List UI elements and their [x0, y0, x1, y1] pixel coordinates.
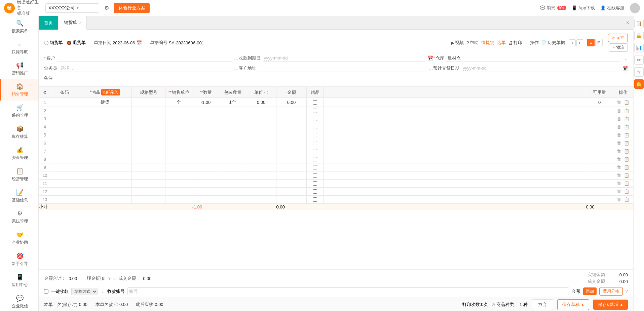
- sidebar-item-inventory[interactable]: 📦 库存核算: [0, 122, 38, 143]
- cell-gift[interactable]: [307, 115, 324, 123]
- fee-button[interactable]: 费用分摊: [599, 287, 623, 296]
- cell-price[interactable]: [246, 139, 276, 147]
- settings-icon-button[interactable]: ⚙: [102, 3, 111, 13]
- cell-price[interactable]: [246, 131, 276, 139]
- cell-amount[interactable]: [276, 115, 307, 123]
- note-input[interactable]: [55, 75, 223, 82]
- cell-gift[interactable]: [307, 180, 324, 188]
- cell-barcode[interactable]: [51, 180, 78, 188]
- cell-gift[interactable]: [307, 163, 324, 171]
- cell-goods[interactable]: [78, 147, 132, 155]
- cell-gift[interactable]: [307, 123, 324, 131]
- cell-amount[interactable]: [276, 180, 307, 188]
- right-panel-btn-4[interactable]: ✏: [634, 55, 644, 65]
- cell-unit[interactable]: [165, 196, 192, 204]
- cell-amount[interactable]: [276, 107, 307, 115]
- cell-gift[interactable]: [307, 188, 324, 196]
- cell-barcode[interactable]: [51, 196, 78, 204]
- copy-icon[interactable]: 📋: [624, 141, 629, 146]
- cell-pkgqty[interactable]: [219, 139, 246, 147]
- cell-barcode[interactable]: [51, 155, 78, 163]
- cell-unit[interactable]: [165, 115, 192, 123]
- cell-qty[interactable]: [192, 163, 219, 171]
- cell-goods[interactable]: [78, 131, 132, 139]
- right-panel-btn-2[interactable]: 🔒: [634, 31, 644, 40]
- avatar[interactable]: [630, 3, 640, 13]
- cell-unit[interactable]: [165, 171, 192, 180]
- sidebar-item-system[interactable]: ⚙ 系统管理: [0, 206, 38, 228]
- online-service-button[interactable]: 👤 在线客服: [600, 5, 624, 11]
- nav-prev-button[interactable]: ‹: [569, 39, 576, 46]
- sidebar-item-finance[interactable]: 💰 资金管理: [0, 143, 38, 164]
- sidebar-item-base[interactable]: 📝 基础信息: [0, 185, 38, 206]
- cell-spec[interactable]: [132, 115, 165, 123]
- action-print[interactable]: 🖨 打印: [508, 40, 522, 46]
- cell-price[interactable]: [246, 107, 276, 115]
- cell-qty[interactable]: [192, 147, 219, 155]
- cell-goods[interactable]: 拆货: [78, 98, 132, 107]
- right-panel-btn-1[interactable]: 📋: [634, 19, 644, 28]
- cell-goods[interactable]: [78, 107, 132, 115]
- discount-help-icon[interactable]: ?: [108, 276, 111, 281]
- copy-icon[interactable]: 📋: [624, 181, 629, 186]
- cell-gift[interactable]: [307, 147, 324, 155]
- action-operation[interactable]: ⋯ 操作: [525, 40, 539, 46]
- sidebar-item-collab[interactable]: 🤝 企业协同: [0, 228, 38, 249]
- cell-barcode[interactable]: [51, 188, 78, 196]
- cell-pkgqty[interactable]: [219, 163, 246, 171]
- nav-next-button[interactable]: ›: [576, 39, 583, 46]
- messages-button[interactable]: 💬 消息 99+: [540, 5, 566, 11]
- total-due-info-icon[interactable]: ⓘ: [114, 302, 118, 307]
- sidebar-item-marketing[interactable]: 📢 营销推广: [0, 58, 38, 79]
- discard-button[interactable]: 放弃: [532, 299, 553, 310]
- add-button[interactable]: 添加: [583, 287, 597, 295]
- cell-barcode[interactable]: [51, 147, 78, 155]
- cell-price[interactable]: [246, 123, 276, 131]
- cell-amount[interactable]: [276, 155, 307, 163]
- cell-qty[interactable]: [192, 196, 219, 204]
- gift-checkbox[interactable]: [313, 189, 317, 194]
- sidebar-item-appstore[interactable]: 📱 应用中心: [0, 270, 38, 291]
- flow-button[interactable]: + 物流: [609, 43, 628, 52]
- cell-amount[interactable]: [276, 147, 307, 155]
- cell-amount[interactable]: [276, 171, 307, 180]
- customer-dots-icon[interactable]: …: [234, 55, 239, 61]
- cell-gift[interactable]: [307, 171, 324, 180]
- copy-icon[interactable]: 📋: [624, 165, 629, 170]
- cell-pkgqty[interactable]: [219, 180, 246, 188]
- gift-checkbox[interactable]: [313, 133, 317, 137]
- cell-price[interactable]: [246, 163, 276, 171]
- cell-pkgqty[interactable]: [219, 155, 246, 163]
- cell-qty[interactable]: [192, 155, 219, 163]
- delete-icon[interactable]: 🗑: [617, 173, 621, 178]
- col-header-settings[interactable]: ⚙: [39, 87, 51, 98]
- view-grid-button[interactable]: ⊞: [595, 39, 603, 46]
- delete-icon[interactable]: 🗑: [617, 149, 621, 154]
- cell-goods[interactable]: [78, 155, 132, 163]
- copy-icon[interactable]: 📋: [624, 108, 629, 113]
- sidebar-item-wechat[interactable]: 💬 企业微信: [0, 291, 38, 311]
- cell-amount[interactable]: [276, 131, 307, 139]
- cell-price[interactable]: [246, 147, 276, 155]
- gift-checkbox[interactable]: [313, 141, 317, 145]
- cell-unit[interactable]: [165, 180, 192, 188]
- trial-button[interactable]: 体验行业方案: [114, 3, 150, 13]
- cell-gift[interactable]: [307, 196, 324, 204]
- gift-checkbox[interactable]: [313, 197, 317, 202]
- app-download-button[interactable]: 📱 App下载: [572, 5, 595, 11]
- action-video[interactable]: ▶ 视频: [451, 40, 464, 46]
- calendar3-icon[interactable]: 📅: [622, 66, 628, 71]
- gift-checkbox[interactable]: [313, 109, 317, 113]
- cell-price[interactable]: [246, 180, 276, 188]
- cell-amount[interactable]: 0.00: [276, 98, 307, 107]
- tab-sales-order[interactable]: 销货单 ×: [59, 16, 87, 30]
- sidebar-item-newbie[interactable]: 🎯 新手引导: [0, 249, 38, 270]
- calendar-icon[interactable]: 📅: [137, 40, 142, 45]
- cell-goods[interactable]: [78, 196, 132, 204]
- cell-amount[interactable]: [276, 188, 307, 196]
- cell-unit[interactable]: [165, 123, 192, 131]
- cell-barcode[interactable]: [51, 115, 78, 123]
- company-selector[interactable]: XXXXXX公司 ▼: [45, 3, 99, 13]
- cell-unit[interactable]: [165, 147, 192, 155]
- sidebar-item-search[interactable]: 🔍 搜索菜单: [0, 16, 38, 37]
